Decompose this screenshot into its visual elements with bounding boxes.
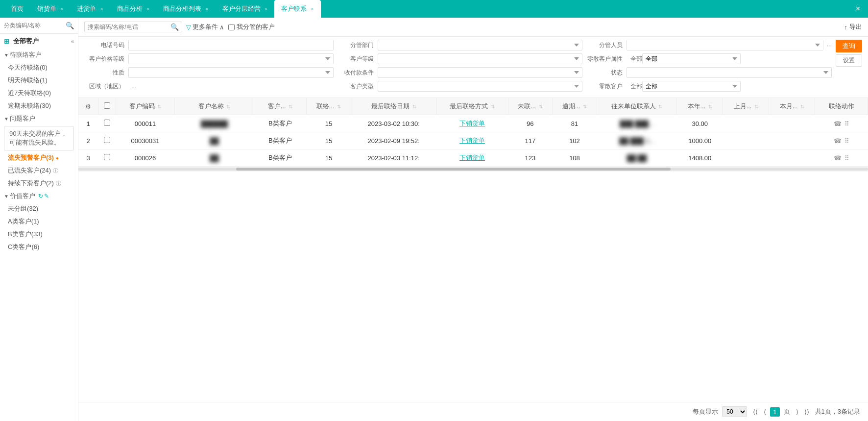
row-checkbox[interactable] [104, 137, 110, 143]
cell-contact: 15 [307, 115, 351, 132]
sidebar-item-churn-warning[interactable]: 流失预警客户(3) ● [0, 151, 78, 164]
refresh-icon[interactable]: ↻ [38, 193, 43, 199]
sidebar-item-overdue[interactable]: 逾期未联络(30) [0, 99, 78, 112]
th-year-amt[interactable]: 本年... ⇅ [677, 98, 723, 115]
nav-customer-contact[interactable]: 客户联系 × [274, 0, 320, 18]
contact-icon[interactable]: ☎ [834, 154, 842, 162]
more-actions-icon[interactable]: ⠿ [844, 154, 849, 162]
sidebar-group-problem[interactable]: ▼ 问题客户 [0, 112, 78, 125]
th-type[interactable]: 客户... ⇅ [254, 98, 307, 115]
close-icon[interactable]: × [265, 0, 267, 18]
sort-icon: ⇅ [754, 104, 758, 109]
cell-overdue: 108 [553, 149, 597, 167]
cell-contact: 15 [307, 132, 351, 149]
search-input[interactable] [88, 24, 170, 30]
sidebar-search-icon[interactable]: 🔍 [66, 22, 74, 29]
nav-purchase[interactable]: 进货单 × [70, 0, 110, 18]
nav-customer-layer[interactable]: 客户分层经营 × [216, 0, 274, 18]
close-icon[interactable]: × [100, 0, 103, 18]
page-last-btn[interactable]: ⟩⟩ [802, 407, 811, 417]
close-icon[interactable]: × [146, 0, 149, 18]
sidebar-item-a-class[interactable]: A类客户(1) [0, 215, 78, 228]
sidebar-item-today[interactable]: 今天待联络(0) [0, 61, 78, 74]
status-select[interactable] [627, 67, 832, 78]
th-overdue[interactable]: 逾期... ⇅ [553, 98, 597, 115]
th-unlinked[interactable]: 未联... ⇅ [508, 98, 553, 115]
horizontal-scrollbar[interactable] [78, 167, 868, 172]
select-all-checkbox[interactable] [104, 102, 110, 109]
contact-icon[interactable]: ☎ [834, 137, 842, 145]
cell-person: ███ ███... [597, 115, 676, 132]
person-select[interactable] [627, 40, 823, 50]
current-page[interactable]: 1 [770, 407, 779, 417]
warning-dot-icon: ● [56, 155, 59, 161]
nav-product-list[interactable]: 商品分析列表 × [156, 0, 215, 18]
contact-icon[interactable]: ☎ [834, 120, 842, 127]
nav-home[interactable]: 首页 [4, 0, 30, 18]
sidebar-item-c-class[interactable]: C类客户(6) [0, 241, 78, 253]
more-filter-button[interactable]: ▽ 更多条件 ∧ [186, 23, 224, 31]
settings-gear-icon[interactable]: ⚙ [85, 103, 91, 110]
page-next-btn[interactable]: ⟩ [794, 407, 800, 417]
sort-icon: ⇅ [583, 104, 587, 109]
page-prev-btn[interactable]: ⟨ [762, 407, 768, 417]
sidebar-item-tomorrow[interactable]: 明天待联络(1) [0, 74, 78, 87]
page-size-select[interactable]: 50 100 [722, 406, 747, 417]
sidebar-item-churned[interactable]: 已流失客户(24) ⓘ [0, 164, 78, 177]
settings-button[interactable]: 设置 [836, 54, 862, 67]
th-last-date[interactable]: 最后联络日期 ⇅ [351, 98, 436, 115]
window-close-button[interactable]: × [852, 4, 864, 13]
cell-name: ██ [175, 132, 254, 149]
close-icon[interactable]: × [205, 0, 208, 18]
edit-icon[interactable]: ✎ [44, 193, 49, 199]
th-code[interactable]: 客户编码 ⇅ [116, 98, 175, 115]
sidebar-item-b-class[interactable]: B类客户(33) [0, 228, 78, 241]
price-level-select[interactable] [128, 53, 334, 64]
row-checkbox[interactable] [104, 120, 110, 126]
customer-type-select[interactable] [378, 81, 583, 92]
my-customers-checkbox[interactable] [228, 24, 235, 30]
cell-last-month [723, 115, 769, 132]
cell-type: B类客户 [254, 149, 307, 167]
tooltip-problem: 90天未交易的客户，可能有流失风险。 [4, 126, 74, 150]
search-icon[interactable]: 🔍 [170, 23, 179, 31]
payment-select[interactable] [378, 67, 583, 78]
sidebar-group-value[interactable]: ▼ 价值客户 ↻ ✎ [0, 190, 78, 202]
sidebar-item-7days[interactable]: 近7天待联络(0) [0, 87, 78, 99]
th-last-month[interactable]: 上月... ⇅ [723, 98, 769, 115]
sidebar-search-input[interactable] [4, 22, 64, 29]
close-icon[interactable]: × [311, 0, 313, 18]
dots-icon[interactable]: ··· [826, 42, 832, 49]
more-actions-icon[interactable]: ⠿ [844, 137, 849, 145]
page-first-btn[interactable]: ⟨⟨ [751, 407, 760, 417]
th-name[interactable]: 客户名称 ⇅ [175, 98, 254, 115]
phone-input[interactable] [128, 40, 334, 50]
my-customers-checkbox-label[interactable]: 我分管的客户 [228, 23, 275, 31]
retail-attr-select[interactable]: 全部 [642, 53, 740, 64]
close-icon[interactable]: × [60, 0, 63, 18]
cell-code: 000026 [116, 149, 175, 167]
cell-contact: 15 [307, 149, 351, 167]
row-checkbox[interactable] [104, 154, 110, 160]
th-last-method[interactable]: 最后联络方式 ⇅ [436, 98, 508, 115]
th-cur-month[interactable]: 本月... ⇅ [769, 98, 815, 115]
th-contact-person[interactable]: 往来单位联系人 ⇅ [597, 98, 676, 115]
sidebar-group-pending[interactable]: ▼ 待联络客户 [0, 49, 78, 61]
export-button[interactable]: ↑ 导出 [844, 23, 863, 31]
nav-product-analysis[interactable]: 商品分析 × [110, 0, 156, 18]
cell-person: ██ ███ 3... [597, 132, 676, 149]
more-actions-icon[interactable]: ⠿ [844, 120, 849, 127]
nav-sales[interactable]: 销货单 × [30, 0, 70, 18]
sidebar-item-ungrouped[interactable]: 未分组(32) [0, 202, 78, 215]
dept-select[interactable] [378, 40, 583, 50]
search-input-wrap: 🔍 [84, 22, 182, 32]
retail-select[interactable]: 全部 [642, 81, 740, 92]
th-contact[interactable]: 联络... ⇅ [307, 98, 351, 115]
sidebar-item-declining[interactable]: 持续下滑客户(2) ⓘ [0, 177, 78, 190]
sidebar-all-customers[interactable]: ⊞ 全部客户 « [0, 34, 78, 49]
customer-level-select[interactable] [378, 53, 583, 64]
query-button[interactable]: 查询 [836, 40, 862, 52]
nature-select[interactable] [128, 67, 334, 78]
page-unit-label: 页 [782, 406, 792, 417]
dots-icon[interactable]: ··· [131, 83, 137, 90]
